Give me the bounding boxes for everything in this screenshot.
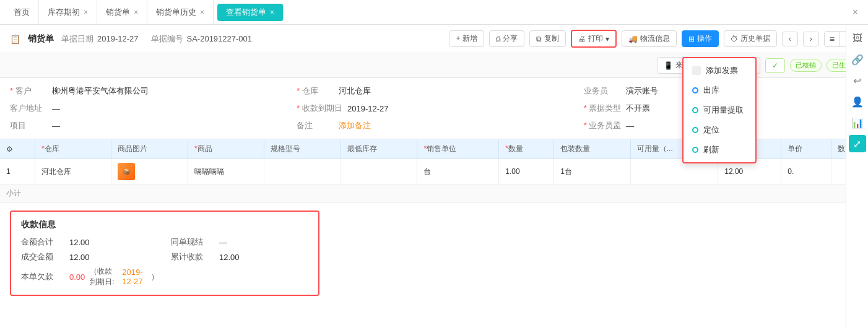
- toolbar: + 新增 ⎙ 分享 ⧉ 复制 🖨 打印 ▾ 🚚 物流信息 ⊞ 操作: [449, 30, 858, 48]
- cancelled-badge: 已核销: [790, 59, 822, 72]
- circle-icon-1: [692, 107, 698, 113]
- owed-row: 本单欠款 0.00 （收款到期日: 2019-12-27 ）: [21, 266, 158, 287]
- nav-prev-button[interactable]: ‹: [782, 32, 798, 46]
- col-pkg-qty: 包装数量: [554, 139, 631, 159]
- col-qty: *数量: [499, 139, 554, 159]
- window-close[interactable]: ×: [848, 7, 863, 18]
- cell-price: 0.: [781, 159, 831, 185]
- subtotal-label: 小计: [0, 185, 868, 203]
- print-dropdown-arrow: ▾: [605, 35, 609, 43]
- sidebar-icon-4[interactable]: 👤: [849, 93, 866, 110]
- share-icon: ⎙: [496, 35, 500, 43]
- cell-pkg-qty: 1台: [554, 159, 631, 185]
- payment-box: 收款信息 金额合计 12.00 同单现结 — 成交金额 12.00 累计收款 1…: [10, 211, 319, 296]
- due-date-field: 收款到期日 2019-12-27: [297, 103, 571, 114]
- payment-grid: 金额合计 12.00 同单现结 — 成交金额 12.00 累计收款 12.00 …: [21, 237, 308, 287]
- copy-button[interactable]: ⧉ 复制: [529, 30, 566, 47]
- tab-sales-close[interactable]: ×: [134, 8, 138, 17]
- warehouse-label: 仓库: [297, 85, 334, 97]
- confirm-button[interactable]: ✓: [765, 58, 785, 73]
- salesperson-value: 演示账号: [626, 85, 658, 97]
- total-paid-value: 12.00: [219, 253, 240, 262]
- customer-value: 柳州粤港平安气体有限公司: [52, 85, 149, 97]
- payment-title: 收款信息: [21, 219, 308, 230]
- col-spec: 规格型号: [264, 139, 341, 159]
- col-warehouse: *仓库: [35, 139, 111, 159]
- new-button[interactable]: + 新增: [449, 30, 484, 47]
- print-icon: 🖨: [578, 35, 586, 43]
- history-button[interactable]: ⏱ 历史单据: [724, 30, 777, 47]
- share-button[interactable]: ⎙ 分享: [489, 30, 524, 47]
- address-field: 客户地址 —: [10, 103, 284, 114]
- ticket-type-label: 票据类型: [584, 103, 622, 114]
- doc-icon: 📋: [10, 34, 20, 44]
- deal-amount-value: 12.00: [69, 253, 90, 262]
- col-min-stock: 最低库存: [341, 139, 417, 159]
- cell-product: 嗝嗝嗝嗝: [188, 159, 264, 185]
- tab-view-sales[interactable]: 查看销货单 ×: [217, 4, 284, 21]
- doc-header: 📋 销货单 单据日期 2019-12-27 单据编号 SA-20191227-0…: [0, 25, 868, 53]
- ticket-type-value: 不开票: [626, 103, 650, 114]
- sidebar-icon-3[interactable]: ↩: [849, 72, 866, 89]
- cell-seq: 1: [0, 159, 35, 185]
- tab-bar: 首页 库存期初 × 销货单 × 销货单历史 × 查看销货单 × ×: [0, 0, 868, 25]
- tab-sales[interactable]: 销货单 ×: [97, 0, 147, 24]
- sidebar-icon-1[interactable]: 🖼: [849, 30, 866, 47]
- doc-number-label: 单据编号: [151, 33, 183, 45]
- nav-next-button[interactable]: ›: [803, 32, 819, 46]
- doc-date-field: 单据日期 2019-12-27: [61, 33, 139, 45]
- sidebar-icon-expand[interactable]: ⤢: [849, 135, 866, 152]
- col-product: *商品: [188, 139, 264, 159]
- tab-sales-history-close[interactable]: ×: [200, 8, 204, 17]
- sales-rep-label: 业务员孟: [584, 120, 622, 131]
- circle-icon-2: [692, 127, 698, 133]
- truck-icon: 🚚: [628, 35, 638, 43]
- tab-inventory[interactable]: 库存期初 ×: [39, 0, 97, 24]
- col-settings[interactable]: ⚙: [0, 139, 35, 159]
- add-note-link[interactable]: 添加备注: [339, 120, 371, 131]
- amount-value: 12.00: [69, 238, 90, 247]
- tab-view-sales-close[interactable]: ×: [270, 8, 274, 17]
- add-invoice-item[interactable]: 添加发票: [684, 61, 755, 80]
- list-view-button[interactable]: ≡: [825, 32, 840, 46]
- doc-date-label: 单据日期: [61, 33, 93, 45]
- doc-number-field: 单据编号 SA-20191227-001: [151, 33, 253, 45]
- outbound-item[interactable]: 出库: [684, 80, 755, 100]
- amount-label: 金额合计: [21, 237, 64, 248]
- salesperson-label: 业务员: [584, 85, 621, 97]
- col-unit: *销售单位: [417, 139, 499, 159]
- project-label: 项目: [10, 120, 47, 131]
- tab-sales-history[interactable]: 销货单历史 ×: [147, 0, 214, 24]
- doc-title-area: 📋 销货单 单据日期 2019-12-27 单据编号 SA-20191227-0…: [10, 33, 252, 45]
- sales-rep-value: —: [626, 121, 634, 131]
- total-paid-row: 累计收款 12.00: [171, 251, 308, 263]
- sidebar-icon-2[interactable]: 🔗: [849, 51, 866, 68]
- tab-home[interactable]: 首页: [5, 0, 39, 24]
- warehouse-value: 河北仓库: [339, 85, 371, 97]
- total-paid-label: 累计收款: [171, 251, 214, 263]
- sidebar-icon-5[interactable]: 📊: [849, 114, 866, 131]
- phone-icon: 📱: [664, 61, 673, 70]
- operation-button[interactable]: ⊞ 操作: [682, 30, 719, 47]
- deal-amount-row: 成交金额 12.00: [21, 251, 158, 263]
- customer-label: 客户: [10, 85, 47, 97]
- tab-inventory-close[interactable]: ×: [84, 8, 88, 17]
- address-label: 客户地址: [10, 103, 47, 114]
- refresh-item[interactable]: 刷新: [684, 140, 755, 160]
- due-date-value: 2019-12-27: [347, 104, 389, 113]
- cell-warehouse: 河北仓库: [35, 159, 111, 185]
- logistics-button[interactable]: 🚚 物流信息: [622, 30, 677, 47]
- owed-note-close: ）: [151, 272, 158, 282]
- owed-label: 本单欠款: [21, 271, 64, 282]
- col-image: 商品图片: [111, 139, 188, 159]
- subtotal-row: 小计: [0, 185, 868, 203]
- doc-number-value: SA-20191227-001: [187, 34, 253, 43]
- same-order-label: 同单现结: [171, 237, 214, 248]
- operation-dropdown: 添加发票 出库 可用量提取 定位 刷新: [682, 57, 757, 163]
- locate-item[interactable]: 定位: [684, 120, 755, 140]
- cell-spec: [264, 159, 341, 185]
- doc-date-value: 2019-12-27: [97, 34, 139, 43]
- available-qty-item[interactable]: 可用量提取: [684, 100, 755, 120]
- cell-image: 📦: [111, 159, 188, 185]
- print-button[interactable]: 🖨 打印 ▾: [571, 30, 617, 48]
